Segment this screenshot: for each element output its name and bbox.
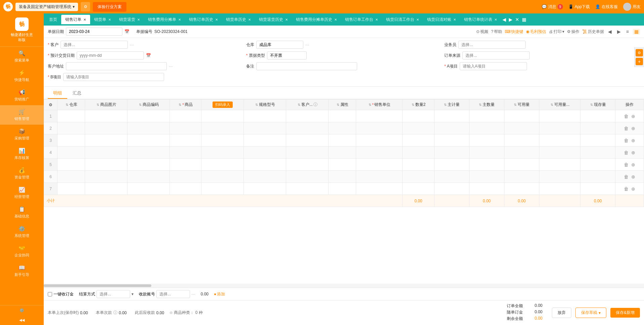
row-customer[interactable] [286,147,329,159]
row-delete-button[interactable]: 🗑 [624,138,629,143]
row-main-qty[interactable] [469,122,504,134]
row-product[interactable] [170,134,201,147]
row-product[interactable] [170,171,201,183]
tab-home[interactable]: 首页 [45,15,61,24]
tab-nav-prev[interactable]: ◀ [501,17,507,22]
save-new-button[interactable]: 保存&新增 [610,308,640,318]
row-customer[interactable] [286,159,329,171]
tab-sales-invoice-history[interactable]: 销货单历史 ✕ [222,15,255,24]
table-tab-summary[interactable]: 汇总 [67,88,87,99]
row-unit[interactable] [356,134,403,147]
row-product[interactable] [170,110,201,122]
row-delete-button[interactable]: 🗑 [624,150,629,155]
sidebar-item-quicknav[interactable]: ⚡ 快捷导航 [0,66,44,86]
date-input[interactable] [66,28,122,36]
current-order-info-icon[interactable]: ⓘ [113,310,117,316]
row-spec[interactable] [244,183,286,195]
row-main-qty[interactable] [469,159,504,171]
row-attr[interactable] [329,134,356,147]
layout-grid-btn[interactable]: ▦ [633,29,640,34]
row-spec[interactable] [244,110,286,122]
row-delete-button[interactable]: 🗑 [624,162,629,167]
row-main-qty[interactable] [469,147,504,159]
row-attr[interactable] [329,183,356,195]
horizontal-scrollbar[interactable] [44,284,644,288]
row-spec[interactable] [244,159,286,171]
tab-close-icon[interactable]: ✕ [215,18,218,22]
settlement-dropdown-icon[interactable]: ▾ [131,292,134,296]
row-spec[interactable] [244,134,286,147]
operate-action[interactable]: ⚙ 操作 [567,29,579,35]
top-settings-button[interactable]: ⚙ [81,2,90,11]
account-input[interactable] [156,290,190,298]
row-customer[interactable] [286,183,329,195]
tab-more-button[interactable]: ✕ [514,17,521,22]
tab-close-icon[interactable]: ✕ [137,18,140,22]
row-delete-button[interactable]: 🗑 [624,126,629,131]
sidebar-item-marketing[interactable]: 📢 营销推广 [0,86,44,105]
row-copy-button[interactable]: ⊕ [631,162,635,167]
layout-list-btn[interactable]: ≡ [625,29,630,34]
row-qty2[interactable] [403,183,434,195]
row-delete-button[interactable]: 🗑 [624,114,629,119]
order-source-input[interactable] [462,51,530,59]
row-customer[interactable] [286,110,329,122]
row-qty2[interactable] [403,159,434,171]
account-more-icon[interactable]: ··· [191,291,195,297]
row-code[interactable] [127,110,170,122]
shortcut-action[interactable]: ⌨ 快捷键 [505,29,523,35]
tab-close-icon[interactable]: ✕ [375,18,378,22]
industry-solution-button[interactable]: 体验行业方案 [93,2,126,12]
settlement-input[interactable] [97,290,130,298]
calendar-icon[interactable]: 📅 [124,29,129,34]
sidebar-item-finance[interactable]: 💰 资金管理 [0,164,44,183]
row-qty2[interactable] [403,134,434,147]
row-customer[interactable] [286,134,329,147]
row-spec[interactable] [244,171,286,183]
th-settings[interactable]: ⚙ [44,99,58,110]
row-copy-button[interactable]: ⊕ [631,150,635,155]
row-product[interactable] [170,159,201,171]
tab-close-icon[interactable]: ✕ [248,18,251,22]
tab-sales-invoice[interactable]: 销货单 ✕ [90,15,115,24]
b-project-input[interactable] [63,73,164,81]
tab-close-icon[interactable]: ✕ [285,18,288,22]
tab-cash-daily-reconcile[interactable]: 钱货日清对账 ✕ [423,15,460,24]
row-copy-button[interactable]: ⊕ [631,186,635,192]
row-code[interactable] [127,159,170,171]
row-qty2[interactable] [403,122,434,134]
tab-sales-return[interactable]: 销货退货 ✕ [115,15,144,24]
tab-sales-expense-history[interactable]: 销售费用分摊单历史 ✕ [292,15,341,24]
row-delete-button[interactable]: 🗑 [624,186,629,192]
row-code[interactable] [127,183,170,195]
row-unit[interactable] [356,122,403,134]
discard-button[interactable]: 放弃 [552,308,571,318]
table-tab-detail[interactable]: 明细 [48,88,67,99]
a-project-input[interactable] [460,62,527,70]
row-delete-button[interactable]: 🗑 [624,174,629,179]
row-code[interactable] [127,147,170,159]
row-warehouse[interactable] [58,183,85,195]
row-customer[interactable] [286,122,329,134]
tab-nav-next[interactable]: ▶ [507,17,514,22]
right-panel-add-btn[interactable]: + [636,58,643,65]
tab-close-icon[interactable]: ✕ [416,18,419,22]
row-qty2[interactable] [403,147,434,159]
app-download-button[interactable]: 📱 App下载 [568,4,590,10]
note-input[interactable] [256,62,357,70]
tab-sales-order[interactable]: 销售订单 ✕ [61,15,90,24]
row-code[interactable] [127,134,170,147]
row-copy-button[interactable]: ⊕ [631,126,635,131]
row-qty2[interactable] [403,110,434,122]
row-unit[interactable] [356,183,403,195]
save-draft-dropdown-icon[interactable]: ▾ [599,311,601,315]
invoice-type-select[interactable]: 不开票 增值税普通发票 增值税专用发票 [267,51,307,59]
row-copy-button[interactable]: ⊕ [631,174,635,179]
scan-button[interactable]: 扫码录入 [213,101,233,108]
tab-sales-expense[interactable]: 销售费用分摊单 ✕ [144,15,185,24]
sidebar-bottom-settings[interactable]: ⚙️ [0,306,44,315]
scrollbar-thumb[interactable] [44,284,151,287]
tab-close-icon[interactable]: ✕ [334,18,337,22]
history-action[interactable]: 📜 历史单据 [582,29,604,35]
row-attr[interactable] [329,159,356,171]
